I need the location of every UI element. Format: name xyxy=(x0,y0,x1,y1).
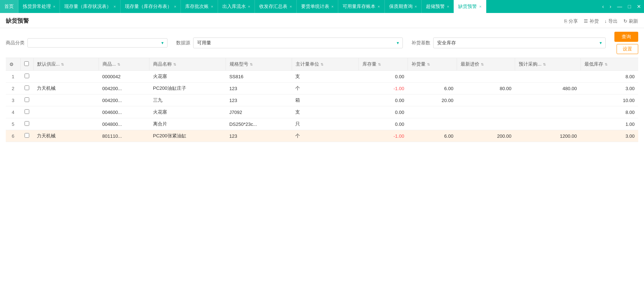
nav-tab-pick-exception[interactable]: 拣货异常处理× xyxy=(18,0,60,13)
checkbox-input-3[interactable] xyxy=(25,109,29,114)
col-header-product_code[interactable]: 商品...⇅ xyxy=(99,58,149,71)
refresh-label: 刷新 xyxy=(629,18,638,25)
datasource-select-value: 可用量 xyxy=(197,40,211,46)
nav-tab-shortage[interactable]: 缺货预警× xyxy=(454,0,486,13)
header-actions: ⎘ 分享 ☰ 补货 ↓ 导出 ↻ 刷新 xyxy=(564,18,639,25)
row-est-purchase-5: 1200.00 xyxy=(515,130,580,142)
col-sort-est_purchase[interactable]: 预计采购...⇅ xyxy=(519,61,576,67)
col-sort-stock[interactable]: 库存量⇅ xyxy=(362,61,404,67)
col-header-latest_price[interactable]: 最新进价⇅ xyxy=(457,58,515,71)
query-button[interactable]: 查询 xyxy=(614,32,638,42)
nav-arrow-group: ‹ › — □ ✕ xyxy=(599,0,644,13)
row-checkbox-0[interactable] xyxy=(20,71,33,83)
row-spec-4: DS250*23c... xyxy=(226,118,292,130)
checkbox-input-0[interactable] xyxy=(25,74,29,78)
refresh-icon: ↻ xyxy=(623,18,627,24)
nav-tab-batch-account[interactable]: 库存批次账× xyxy=(181,0,218,13)
col-header-stock[interactable]: 库存量⇅ xyxy=(358,58,408,71)
nav-tab-flow[interactable]: 出入库流水× xyxy=(218,0,255,13)
row-stock-5: -1.00 xyxy=(358,130,408,142)
close-tab-expiry[interactable]: × xyxy=(415,4,417,9)
close-tab-flow[interactable]: × xyxy=(248,4,250,9)
nav-tab-overstock[interactable]: 超储预警× xyxy=(422,0,454,13)
checkbox-input-2[interactable] xyxy=(25,97,29,102)
row-product-name-5: PC200张紧油缸 xyxy=(149,130,226,142)
row-est-purchase-1: 480.00 xyxy=(515,83,580,94)
row-stock-1: -1.00 xyxy=(358,83,408,94)
close-tab-inventory-dist[interactable]: × xyxy=(174,4,176,9)
close-tab-order-stats[interactable]: × xyxy=(331,4,334,9)
replenish-icon: ☰ xyxy=(584,18,588,24)
window-maximize[interactable]: □ xyxy=(625,0,634,13)
nav-tab-inventory-status[interactable]: 现存量（库存状况表）× xyxy=(60,0,120,13)
col-header-replenish[interactable]: 补货量⇅ xyxy=(408,58,457,71)
replenish-base-select[interactable]: 安全库存 ▾ xyxy=(433,37,606,48)
close-tab-available[interactable]: × xyxy=(378,4,380,9)
col-header-supplier[interactable]: 默认供应...⇅ xyxy=(33,58,99,71)
col-sort-replenish[interactable]: 补货量⇅ xyxy=(412,61,453,67)
category-select[interactable]: ▾ xyxy=(27,38,167,48)
row-latest-price-3 xyxy=(457,106,515,118)
row-replenish-1: 6.00 xyxy=(408,83,457,94)
replenish-action[interactable]: ☰ 补货 xyxy=(584,18,599,25)
nav-tab-inventory-dist[interactable]: 现存量（库存分布表）× xyxy=(121,0,181,13)
nav-tab-order-stats[interactable]: 要货单统计表× xyxy=(297,0,338,13)
col-header-product_name[interactable]: 商品名称⇅ xyxy=(149,58,226,71)
row-checkbox-4[interactable] xyxy=(20,118,33,130)
window-close[interactable]: ✕ xyxy=(634,0,644,13)
row-supplier-2 xyxy=(33,94,99,106)
col-sort-unit[interactable]: 主计量单位⇅ xyxy=(296,61,355,67)
checkbox-input-4[interactable] xyxy=(25,121,29,126)
row-product-name-1: PC200油缸庄子 xyxy=(149,83,226,94)
col-header-est_purchase[interactable]: 预计采购...⇅ xyxy=(515,58,580,71)
col-sort-latest_price[interactable]: 最新进价⇅ xyxy=(461,61,511,67)
gear-icon[interactable]: ⚙ xyxy=(9,62,14,67)
close-tab-shortage[interactable]: × xyxy=(479,4,481,9)
checkbox-input-1[interactable] xyxy=(25,85,29,90)
replenish-base-filter-group: 补货基数 安全库存 ▾ xyxy=(412,37,606,48)
window-minimize[interactable]: — xyxy=(614,0,625,13)
close-tab-summary[interactable]: × xyxy=(290,4,292,9)
row-checkbox-5[interactable] xyxy=(20,130,33,142)
checkbox-input-5[interactable] xyxy=(25,133,29,138)
datasource-select[interactable]: 可用量 ▾ xyxy=(193,37,403,48)
row-checkbox-2[interactable] xyxy=(20,94,33,106)
col-sort-product_name[interactable]: 商品名称⇅ xyxy=(153,61,222,67)
col-sort-supplier[interactable]: 默认供应...⇅ xyxy=(37,61,95,67)
export-action[interactable]: ↓ 导出 xyxy=(605,18,618,25)
nav-tab-summary[interactable]: 收发存汇总表× xyxy=(255,0,296,13)
row-latest-price-4 xyxy=(457,118,515,130)
datasource-label: 数据源 xyxy=(176,40,190,46)
row-checkbox-1[interactable] xyxy=(20,83,33,94)
page-header: 缺货预警 ⎘ 分享 ☰ 补货 ↓ 导出 ↻ 刷新 xyxy=(0,13,644,28)
row-checkbox-3[interactable] xyxy=(20,106,33,118)
col-header-unit[interactable]: 主计量单位⇅ xyxy=(292,58,358,71)
nav-arrow-right[interactable]: › xyxy=(607,0,614,13)
close-tab-overstock[interactable]: × xyxy=(447,4,449,9)
table-row: 5004800...离合片DS250*23c...只0.001.00 xyxy=(6,118,638,130)
row-supplier-0 xyxy=(33,71,99,83)
row-stock-3: 0.00 xyxy=(358,106,408,118)
row-unit-5: 个 xyxy=(292,130,358,142)
nav-tab-available[interactable]: 可用量库存账本× xyxy=(338,0,384,13)
select-all-checkbox[interactable] xyxy=(24,61,29,66)
close-tab-inventory-status[interactable]: × xyxy=(113,4,116,9)
col-sort-spec[interactable]: 规格型号⇅ xyxy=(230,61,288,67)
col-sort-min_stock[interactable]: 最低库存⇅ xyxy=(584,61,635,67)
col-header-min_stock[interactable]: 最低库存⇅ xyxy=(580,58,638,71)
col-header-spec[interactable]: 规格型号⇅ xyxy=(226,58,292,71)
close-tab-pick-exception[interactable]: × xyxy=(53,4,55,9)
refresh-action[interactable]: ↻ 刷新 xyxy=(623,18,638,25)
table-row: 6力天机械801110...PC200张紧油缸123个-1.006.00200.… xyxy=(6,130,638,142)
sort-icon-min_stock: ⇅ xyxy=(605,62,608,66)
nav-arrow-left[interactable]: ‹ xyxy=(599,0,607,13)
nav-tab-home[interactable]: 首页 xyxy=(0,0,18,13)
share-action[interactable]: ⎘ 分享 xyxy=(564,18,578,25)
col-sort-product_code[interactable]: 商品...⇅ xyxy=(103,61,145,67)
row-product-code-5: 801110... xyxy=(99,130,149,142)
settings-button[interactable]: 设置 xyxy=(617,44,638,54)
row-unit-3: 支 xyxy=(292,106,358,118)
row-product-code-1: 004200... xyxy=(99,83,149,94)
close-tab-batch-account[interactable]: × xyxy=(211,4,213,9)
nav-tab-expiry[interactable]: 保质期查询× xyxy=(385,0,422,13)
